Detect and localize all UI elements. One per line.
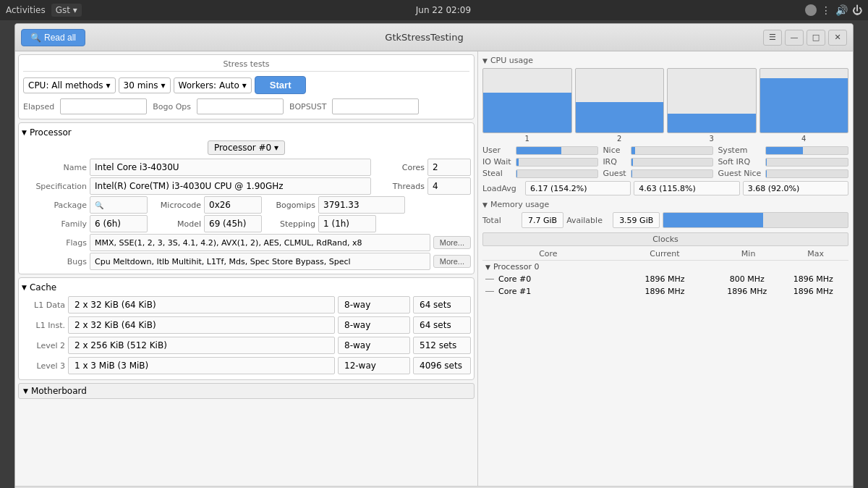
available-label: Available bbox=[566, 216, 610, 225]
cpu-bar-1 bbox=[575, 68, 665, 133]
processor-bugs-row: Bugs Cpu Meltdown, Itlb Multihit, L1Tf, … bbox=[22, 252, 471, 271]
spec-value: Intel(R) Core(TM) i3-4030U CPU @ 1.90GHz bbox=[90, 177, 371, 195]
top-bar-clock: Jun 22 02:09 bbox=[82, 5, 805, 15]
read-icon: 🔍 bbox=[30, 33, 41, 43]
activities-label[interactable]: Activities bbox=[6, 5, 46, 15]
close-button[interactable]: ✕ bbox=[828, 30, 847, 46]
cache-rows: L1 Data 2 x 32 KiB (64 KiB) 8-way 64 set… bbox=[22, 295, 471, 375]
loadavg-row: LoadAvg 6.17 (154.2%) 4.63 (115.8%) 3.68… bbox=[482, 181, 848, 195]
cpu-method-select[interactable]: CPU: All methods ▾ bbox=[23, 77, 116, 93]
col-max: Max bbox=[783, 249, 848, 258]
volume-icon[interactable]: 🔊 bbox=[835, 4, 848, 16]
cache-row-label: L1 Data bbox=[22, 300, 65, 310]
processor-section-label: Processor bbox=[30, 127, 72, 138]
cpu-usage-label: ▼ CPU usage bbox=[482, 56, 848, 65]
processor-family-row: Family 6 (6h) Model 69 (45h) Stepping 1 … bbox=[22, 214, 471, 233]
cpu-bar-wrapper-3: 4 bbox=[760, 68, 849, 143]
flags-more-button[interactable]: More... bbox=[433, 236, 471, 249]
memory-bar-fill bbox=[663, 213, 763, 227]
cache-row-assoc: 8-way bbox=[338, 316, 410, 334]
col-core: Core bbox=[482, 249, 614, 258]
cache-row: Level 2 2 x 256 KiB (512 KiB) 8-way 512 … bbox=[22, 336, 471, 355]
core-current: 1896 MHz bbox=[616, 274, 713, 284]
memory-bar bbox=[663, 212, 848, 228]
threads-label: Threads bbox=[374, 182, 425, 191]
guest-bar bbox=[631, 169, 714, 178]
maximize-button[interactable]: □ bbox=[807, 30, 825, 46]
cpu-bar-fill-3 bbox=[760, 78, 848, 132]
guestnice-label: Guest Nice bbox=[718, 169, 761, 178]
user-bar bbox=[516, 146, 599, 155]
bugs-more-button[interactable]: More... bbox=[433, 255, 471, 268]
cpu-bar-wrapper-1: 2 bbox=[575, 68, 665, 143]
core-label: Core #0 bbox=[485, 274, 615, 284]
chevron-down-icon: ▾ bbox=[161, 80, 166, 91]
model-value: 69 (45h) bbox=[204, 215, 262, 232]
motherboard-header[interactable]: ▼ Motherboard bbox=[18, 383, 475, 399]
loadavg-2: 3.68 (92.0%) bbox=[743, 181, 848, 195]
cache-row-label: L1 Inst. bbox=[22, 321, 65, 330]
main-content: Stress tests CPU: All methods ▾ 30 mins … bbox=[15, 51, 853, 486]
cache-label: Cache bbox=[30, 282, 56, 293]
app-menu[interactable]: Gst ▾ bbox=[51, 4, 82, 17]
elapsed-input[interactable] bbox=[60, 98, 147, 114]
cpu-bar-0 bbox=[482, 68, 572, 133]
cache-row: L1 Inst. 2 x 32 KiB (64 KiB) 8-way 64 se… bbox=[22, 316, 471, 335]
cpu-stats: User Nice System IO Wait IRQ Soft IRQ St… bbox=[482, 146, 848, 178]
processor-selector[interactable]: Processor #0 ▾ bbox=[208, 140, 285, 155]
motherboard-label: Motherboard bbox=[31, 386, 87, 396]
workers-select[interactable]: Workers: Auto ▾ bbox=[174, 77, 252, 93]
triangle-icon: ▼ bbox=[482, 57, 488, 64]
chevron-down-icon: ▾ bbox=[242, 80, 247, 91]
cache-header: ▼ Cache bbox=[22, 281, 471, 295]
tray-icon-2[interactable]: ⋮ bbox=[821, 4, 831, 16]
title-bar: 🔍 Read all GtkStressTesting ☰ — □ ✕ bbox=[15, 24, 853, 51]
elapsed-label: Elapsed bbox=[23, 102, 54, 112]
cache-row-sets: 64 sets bbox=[413, 316, 471, 334]
guestnice-bar bbox=[765, 169, 848, 178]
menu-button[interactable]: ☰ bbox=[763, 30, 782, 46]
cache-row-assoc: 12-way bbox=[338, 357, 410, 374]
triangle-icon: ▼ bbox=[23, 387, 28, 395]
bopsust-input[interactable] bbox=[332, 98, 419, 114]
loadavg-label: LoadAvg bbox=[482, 184, 522, 193]
bugs-label: Bugs bbox=[22, 257, 87, 266]
col-current: Current bbox=[616, 249, 714, 258]
title-bar-controls: ☰ — □ ✕ bbox=[763, 30, 847, 46]
bogomips-label: Bogomips bbox=[265, 201, 315, 210]
core-current: 1896 MHz bbox=[616, 287, 713, 296]
cpu-bar-num-2: 3 bbox=[667, 135, 757, 143]
start-button[interactable]: Start bbox=[255, 76, 307, 94]
triangle-icon: ▼ bbox=[485, 264, 490, 271]
cpu-bar-fill-0 bbox=[483, 93, 571, 132]
steal-label: Steal bbox=[482, 169, 511, 178]
cpu-bar-wrapper-0: 1 bbox=[482, 68, 572, 143]
power-icon[interactable]: ⏻ bbox=[852, 4, 862, 16]
cpu-bar-wrapper-2: 3 bbox=[667, 68, 757, 143]
cache-row-sets: 4096 sets bbox=[413, 357, 471, 374]
cpu-usage-section: ▼ CPU usage 1234 User Nice System IO Wai… bbox=[482, 56, 848, 195]
system-bar bbox=[765, 146, 848, 155]
irq-bar bbox=[631, 158, 714, 167]
processor-header: ▼ Processor bbox=[22, 126, 471, 140]
read-all-button[interactable]: 🔍 Read all bbox=[21, 29, 85, 46]
tray-icon-1[interactable] bbox=[805, 4, 817, 16]
window-title: GtkStressTesting bbox=[85, 32, 763, 43]
bogomips-value: 3791.33 bbox=[318, 196, 405, 214]
cpu-bars: 1234 bbox=[482, 68, 848, 143]
clocks-header: Core Current Min Max bbox=[482, 248, 848, 261]
nice-label: Nice bbox=[603, 146, 626, 155]
stress-section: Stress tests CPU: All methods ▾ 30 mins … bbox=[18, 54, 475, 119]
cache-row-size: 2 x 32 KiB (64 KiB) bbox=[68, 316, 335, 334]
cpu-bar-num-0: 1 bbox=[482, 135, 572, 143]
duration-select[interactable]: 30 mins ▾ bbox=[119, 77, 171, 93]
bogo-ops-input[interactable] bbox=[197, 98, 284, 114]
core-min: 800 MHz bbox=[715, 274, 779, 284]
cache-section: ▼ Cache L1 Data 2 x 32 KiB (64 KiB) 8-wa… bbox=[18, 277, 475, 380]
elapsed-row: Elapsed Bogo Ops BOPSUST bbox=[23, 98, 469, 114]
clocks-core-row: Core #0 1896 MHz 800 MHz 1896 MHz bbox=[482, 273, 848, 285]
col-min: Min bbox=[715, 249, 781, 258]
minimize-button[interactable]: — bbox=[785, 30, 804, 46]
stepping-label: Stepping bbox=[265, 219, 315, 229]
flags-label: Flags bbox=[22, 238, 87, 248]
